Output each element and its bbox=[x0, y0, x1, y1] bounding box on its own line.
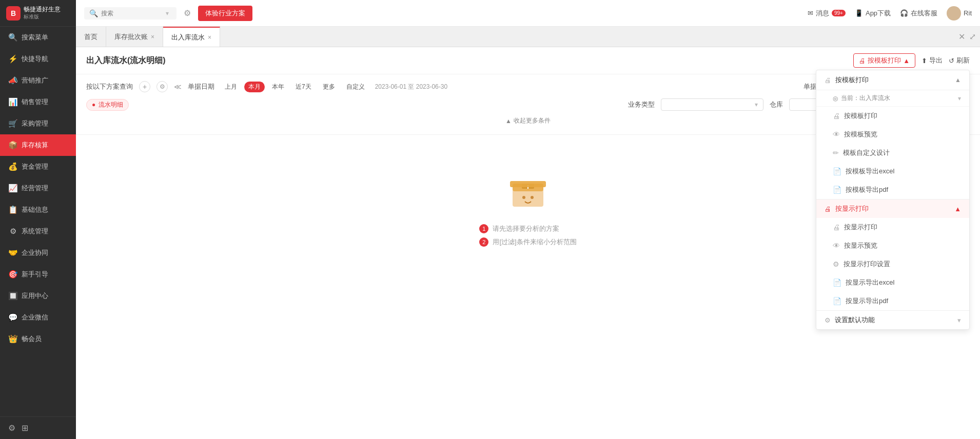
display-preview-label: 按显示预览 bbox=[844, 241, 877, 250]
tab-batch-account-close[interactable]: × bbox=[151, 34, 154, 40]
current-template-indicator: ◎ 当前：出入库流水 ▾ bbox=[816, 90, 969, 107]
display-print-header-icon: 🖨 bbox=[825, 205, 831, 213]
dropdown-item-display-print[interactable]: 🖨 按显示打印 bbox=[816, 218, 969, 236]
date-btn-more[interactable]: 更多 bbox=[319, 82, 339, 92]
tab-home-label: 首页 bbox=[84, 32, 97, 42]
svg-point-5 bbox=[522, 196, 525, 199]
sidebar-item-search[interactable]: 🔍 搜索菜单 bbox=[0, 27, 76, 48]
tab-flow[interactable]: 出入库流水 × bbox=[163, 27, 220, 47]
template-custom-icon: ✏ bbox=[833, 149, 839, 157]
sidebar-item-app-center[interactable]: 🔲 应用中心 bbox=[0, 285, 76, 307]
date-btn-7-days[interactable]: 近7天 bbox=[291, 82, 316, 92]
date-btn-this-year[interactable]: 本年 bbox=[268, 82, 288, 92]
print-template-button[interactable]: 🖨 按模板打印 ▲ bbox=[853, 53, 915, 68]
sidebar-item-wechat[interactable]: 💬 企业微信 bbox=[0, 307, 76, 328]
message-button[interactable]: ✉ 消息 99+ bbox=[808, 9, 846, 18]
sidebar-bottom: ⚙ ⊞ bbox=[0, 416, 76, 439]
filter-settings-button[interactable]: ⚙ bbox=[156, 81, 168, 92]
sidebar-label-member: 畅会员 bbox=[22, 334, 42, 344]
sidebar-label-purchase: 采购管理 bbox=[22, 119, 48, 128]
dropdown-item-display-settings[interactable]: ⚙ 按显示打印设置 bbox=[816, 255, 969, 273]
sidebar-item-basic[interactable]: 📋 基础信息 bbox=[0, 199, 76, 221]
dropdown-item-display-excel[interactable]: 📄 按显示导出excel bbox=[816, 273, 969, 292]
template-pdf-icon: 📄 bbox=[833, 186, 841, 194]
template-custom-label: 模板自定义设计 bbox=[843, 148, 890, 157]
sidebar-item-finance[interactable]: 💰 资金管理 bbox=[0, 156, 76, 177]
sidebar-item-member[interactable]: 👑 畅会员 bbox=[0, 328, 76, 350]
collapse-more-conditions[interactable]: ▲ 收起更多条件 bbox=[505, 116, 551, 125]
finance-icon: 💰 bbox=[8, 162, 17, 171]
refresh-button[interactable]: ↺ 刷新 bbox=[949, 56, 970, 65]
sidebar-label-sales: 销售管理 bbox=[22, 97, 48, 107]
sidebar-label-guide: 新手引导 bbox=[22, 270, 48, 279]
tab-home[interactable]: 首页 bbox=[76, 27, 106, 47]
sidebar-item-system[interactable]: ⚙ 系统管理 bbox=[0, 221, 76, 242]
search-input[interactable] bbox=[101, 10, 163, 17]
main-area: 🔍 ▾ ⚙ 体验行业方案 ✉ 消息 99+ 📱 App下载 🎧 在线客服 Rit bbox=[76, 0, 980, 439]
user-name: Rit bbox=[964, 9, 972, 17]
filter-tag-item[interactable]: ● 流水明细 bbox=[86, 99, 129, 111]
app-download-button[interactable]: 📱 App下载 bbox=[855, 9, 891, 18]
sidebar-item-enterprise[interactable]: 🤝 企业协同 bbox=[0, 242, 76, 264]
enterprise-icon: 🤝 bbox=[8, 248, 17, 257]
biz-type-label: 业务类型 bbox=[628, 100, 655, 109]
industry-solution-button[interactable]: 体验行业方案 bbox=[198, 6, 252, 21]
date-btn-last-month[interactable]: 上月 bbox=[221, 82, 241, 92]
tab-batch-account[interactable]: 库存批次账 × bbox=[106, 27, 163, 47]
collapse-up-icon: ▲ bbox=[505, 117, 512, 125]
topbar-gear-icon[interactable]: ⚙ bbox=[184, 8, 191, 18]
wechat-icon: 💬 bbox=[8, 313, 17, 322]
app-center-icon: 🔲 bbox=[8, 291, 17, 301]
export-button[interactable]: ⬆ 导出 bbox=[922, 56, 943, 65]
collapse-nav-icon[interactable]: ⊞ bbox=[22, 423, 28, 433]
search-icon: 🔍 bbox=[8, 33, 17, 42]
system-icon: ⚙ bbox=[8, 227, 17, 236]
date-btn-this-month[interactable]: 本月 bbox=[244, 82, 265, 92]
section3-chevron-down: ▾ bbox=[957, 316, 961, 324]
dropdown-item-template-preview[interactable]: 👁 按模板预览 bbox=[816, 125, 969, 144]
dropdown-item-template-custom[interactable]: ✏ 模板自定义设计 bbox=[816, 144, 969, 162]
sidebar-item-inventory[interactable]: 📦 库存核算 bbox=[0, 134, 76, 156]
tab-flow-label: 出入库流水 bbox=[171, 33, 205, 42]
sidebar-logo: B 畅捷通好生意 标准版 bbox=[0, 0, 76, 27]
search-box[interactable]: 🔍 ▾ bbox=[84, 7, 177, 19]
sidebar-item-guide[interactable]: 🎯 新手引导 bbox=[0, 264, 76, 285]
tab-close-all-icon[interactable]: ✕ bbox=[958, 32, 965, 42]
dropdown-item-display-pdf[interactable]: 📄 按显示导出pdf bbox=[816, 292, 969, 310]
service-icon: 🎧 bbox=[900, 9, 908, 17]
sidebar-item-purchase[interactable]: 🛒 采购管理 bbox=[0, 113, 76, 134]
date-filter-group: 上月 本月 本年 近7天 更多 自定义 bbox=[221, 82, 369, 92]
business-type-select[interactable]: ▾ bbox=[661, 98, 763, 111]
page-content: 出入库流水(流水明细) 🖨 按模板打印 ▲ ⬆ 导出 ↺ 刷新 bbox=[76, 47, 980, 439]
display-excel-icon: 📄 bbox=[833, 278, 841, 287]
operation-icon: 📈 bbox=[8, 184, 17, 193]
dropdown-section2-header[interactable]: 🖨 按显示打印 ▲ bbox=[816, 199, 969, 218]
dropdown-item-display-preview[interactable]: 👁 按显示预览 bbox=[816, 236, 969, 255]
tab-expand-icon[interactable]: ⤢ bbox=[969, 32, 976, 42]
date-btn-custom[interactable]: 自定义 bbox=[342, 82, 369, 92]
user-avatar-area[interactable]: Rit bbox=[947, 6, 972, 21]
settings-gear-icon[interactable]: ⚙ bbox=[8, 423, 15, 433]
user-avatar bbox=[947, 6, 961, 21]
dropdown-section1-title: 按模板打印 bbox=[835, 75, 869, 85]
dropdown-item-template-print[interactable]: 🖨 按模板打印 bbox=[816, 107, 969, 125]
template-preview-icon: 👁 bbox=[833, 130, 840, 138]
empty-step-1: 1 请先选择要分析的方案 bbox=[479, 224, 576, 233]
dropdown-item-template-excel[interactable]: 📄 按模板导出excel bbox=[816, 162, 969, 181]
filter-collapse-icon[interactable]: ≪ bbox=[174, 83, 182, 91]
print-header-icon: 🖨 bbox=[825, 76, 831, 84]
sidebar-item-quick-nav[interactable]: ⚡ 快捷导航 bbox=[0, 48, 76, 70]
sidebar-item-operation[interactable]: 📈 经营管理 bbox=[0, 177, 76, 199]
filter-add-button[interactable]: + bbox=[139, 81, 150, 92]
dropdown-section1-header[interactable]: 🖨 按模板打印 ▲ bbox=[816, 70, 969, 90]
topbar: 🔍 ▾ ⚙ 体验行业方案 ✉ 消息 99+ 📱 App下载 🎧 在线客服 Rit bbox=[76, 0, 980, 27]
sidebar-item-marketing[interactable]: 📣 营销推广 bbox=[0, 70, 76, 91]
online-service-button[interactable]: 🎧 在线客服 bbox=[900, 9, 937, 18]
date-range-display: 2023-06-01 至 2023-06-30 bbox=[375, 83, 447, 91]
dropdown-item-template-pdf[interactable]: 📄 按模板导出pdf bbox=[816, 181, 969, 199]
sales-icon: 📊 bbox=[8, 97, 17, 107]
sidebar-item-sales[interactable]: 📊 销售管理 bbox=[0, 91, 76, 113]
dropdown-section3[interactable]: ⚙ 设置默认功能 ▾ bbox=[816, 311, 969, 329]
message-badge: 99+ bbox=[832, 10, 846, 16]
tab-flow-close[interactable]: × bbox=[208, 34, 211, 41]
